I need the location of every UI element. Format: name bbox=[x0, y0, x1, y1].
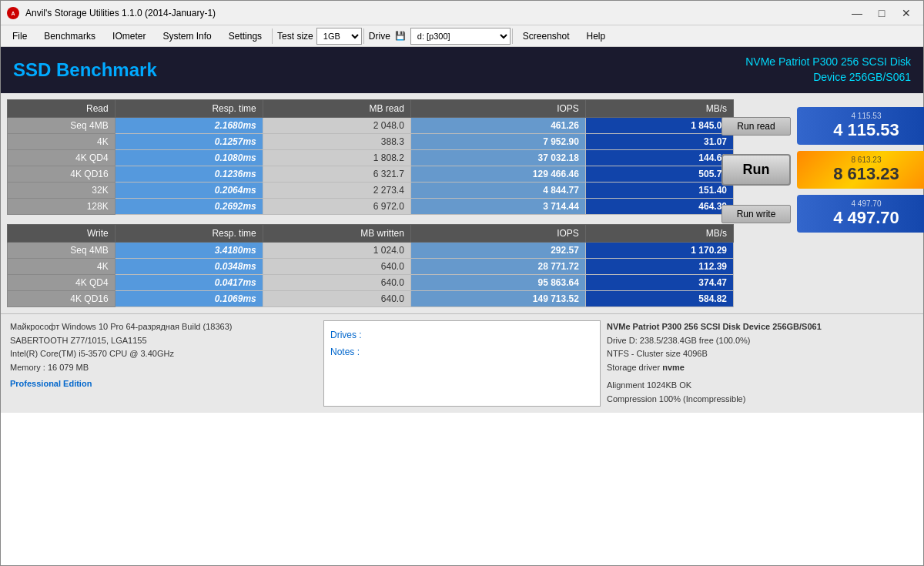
read-table-row: 4K QD16 0.1236ms 6 321.7 129 466.46 505.… bbox=[8, 166, 734, 183]
resp-time: 2.1680ms bbox=[115, 118, 263, 134]
drive-info-line1: NVMe Patriot P300 256 SCSI Disk bbox=[745, 55, 911, 70]
read-col-mb: MB read bbox=[263, 100, 410, 118]
test-size-select[interactable]: 1GB 4GB 16GB bbox=[316, 28, 362, 45]
minimize-button[interactable]: — bbox=[846, 5, 868, 21]
score-read-row: Run read 4 115.53 4 115.53 bbox=[721, 107, 924, 145]
read-col-mbs: MB/s bbox=[585, 100, 733, 118]
row-label: 4K bbox=[8, 134, 116, 150]
mbs-val: 464.30 bbox=[585, 199, 733, 215]
drive-detail-line6: Compression 100% (Incompressible) bbox=[607, 393, 914, 407]
resp-time: 0.2692ms bbox=[115, 199, 263, 215]
mbs-val: 112.39 bbox=[585, 259, 733, 275]
resp-time: 0.0348ms bbox=[115, 259, 263, 275]
notes-box: Drives : Notes : bbox=[323, 320, 601, 407]
mb-val: 1 024.0 bbox=[263, 243, 410, 259]
write-score-label: 4 497.70 bbox=[806, 199, 924, 208]
menu-benchmarks[interactable]: Benchmarks bbox=[35, 27, 104, 45]
bottom-bar: Майкрософт Windows 10 Pro 64-разрядная B… bbox=[1, 313, 923, 413]
iops-val: 461.26 bbox=[410, 118, 585, 134]
resp-time: 0.1080ms bbox=[115, 150, 263, 166]
maximize-button[interactable]: □ bbox=[871, 5, 892, 21]
test-size-label: Test size bbox=[277, 31, 313, 42]
write-score-value: 4 497.70 bbox=[806, 208, 924, 228]
row-label: 4K QD16 bbox=[8, 166, 116, 183]
menu-separator-2 bbox=[363, 28, 364, 44]
write-table-row: Seq 4MB 3.4180ms 1 024.0 292.57 1 170.29 bbox=[8, 243, 734, 259]
sys-line-4: Memory : 16 079 MB bbox=[10, 361, 317, 375]
benchmark-title: SSD Benchmark bbox=[13, 59, 157, 81]
write-table: Write Resp. time MB written IOPS MB/s Se… bbox=[7, 224, 734, 307]
mb-val: 2 048.0 bbox=[263, 118, 410, 134]
app-icon: A bbox=[7, 7, 19, 19]
drive-label: Drive bbox=[369, 31, 390, 42]
scores-section: Run read 4 115.53 4 115.53 Run 8 613.23 … bbox=[740, 99, 917, 307]
mb-val: 640.0 bbox=[263, 275, 410, 291]
row-label: Seq 4MB bbox=[8, 243, 116, 259]
titlebar-title: Anvil's Storage Utilities 1.1.0 (2014-Ja… bbox=[25, 8, 846, 18]
score-box-write: 4 497.70 4 497.70 bbox=[797, 195, 924, 233]
menu-iometer[interactable]: IOmeter bbox=[104, 27, 154, 45]
write-col-mbs: MB/s bbox=[585, 225, 733, 243]
notes-notes: Notes : bbox=[330, 344, 594, 361]
drive-icon: 💾 bbox=[395, 31, 406, 41]
table-spacer bbox=[7, 216, 734, 223]
mbs-val: 144.66 bbox=[585, 150, 733, 166]
menu-settings[interactable]: Settings bbox=[220, 27, 270, 45]
drive-control: Drive 💾 d: [p300] bbox=[369, 28, 511, 45]
mbs-val: 1 170.29 bbox=[585, 243, 733, 259]
tables-section: Read Resp. time MB read IOPS MB/s Seq 4M… bbox=[7, 99, 734, 307]
read-table-row: 128K 0.2692ms 6 972.0 3 714.44 464.30 bbox=[8, 199, 734, 215]
close-button[interactable]: ✕ bbox=[896, 5, 917, 21]
read-table-row: Seq 4MB 2.1680ms 2 048.0 461.26 1 845.05 bbox=[8, 118, 734, 134]
menu-separator-3 bbox=[512, 28, 513, 44]
drive-select[interactable]: d: [p300] bbox=[410, 28, 511, 45]
row-label: 4K QD4 bbox=[8, 150, 116, 166]
resp-time: 0.1236ms bbox=[115, 166, 263, 183]
iops-val: 129 466.46 bbox=[410, 166, 585, 183]
resp-time: 0.1257ms bbox=[115, 134, 263, 150]
row-label: Seq 4MB bbox=[8, 118, 116, 134]
menu-file[interactable]: File bbox=[4, 27, 35, 45]
mbs-val: 584.82 bbox=[585, 291, 733, 307]
titlebar-controls: — □ ✕ bbox=[846, 5, 917, 21]
test-size-control: Test size 1GB 4GB 16GB bbox=[277, 28, 362, 45]
read-col-iops: IOPS bbox=[410, 100, 585, 118]
write-table-row: 4K QD4 0.0417ms 640.0 95 863.64 374.47 bbox=[8, 275, 734, 291]
iops-val: 28 771.72 bbox=[410, 259, 585, 275]
iops-val: 292.57 bbox=[410, 243, 585, 259]
resp-time: 0.2064ms bbox=[115, 183, 263, 199]
iops-val: 95 863.64 bbox=[410, 275, 585, 291]
resp-time: 0.0417ms bbox=[115, 275, 263, 291]
mb-val: 2 273.4 bbox=[263, 183, 410, 199]
iops-val: 3 714.44 bbox=[410, 199, 585, 215]
drive-detail-line3: Storage driver nvme bbox=[607, 361, 914, 375]
iops-val: 149 713.52 bbox=[410, 291, 585, 307]
pro-edition: Professional Edition bbox=[10, 377, 317, 391]
total-score-value: 8 613.23 bbox=[806, 164, 924, 184]
sys-line-2: SABERTOOTH Z77/1015, LGA1155 bbox=[10, 334, 317, 348]
score-write-row: Run write 4 497.70 4 497.70 bbox=[721, 195, 924, 233]
score-box-read: 4 115.53 4 115.53 bbox=[797, 107, 924, 145]
mb-val: 388.3 bbox=[263, 134, 410, 150]
run-button[interactable]: Run bbox=[721, 154, 791, 186]
svg-text:A: A bbox=[11, 11, 15, 16]
run-total-row: Run 8 613.23 8 613.23 bbox=[721, 151, 924, 189]
run-write-button[interactable]: Run write bbox=[721, 205, 791, 223]
menu-screenshot[interactable]: Screenshot bbox=[514, 27, 578, 45]
read-table: Read Resp. time MB read IOPS MB/s Seq 4M… bbox=[7, 99, 734, 215]
nvme-driver: nvme bbox=[662, 363, 685, 372]
mbs-val: 374.47 bbox=[585, 275, 733, 291]
benchmark-header: SSD Benchmark NVMe Patriot P300 256 SCSI… bbox=[1, 47, 923, 93]
mb-val: 6 972.0 bbox=[263, 199, 410, 215]
resp-time: 3.4180ms bbox=[115, 243, 263, 259]
write-table-row: 4K 0.0348ms 640.0 28 771.72 112.39 bbox=[8, 259, 734, 275]
menu-help[interactable]: Help bbox=[578, 27, 614, 45]
drive-detail-line5: Alignment 1024KB OK bbox=[607, 379, 914, 393]
tables-and-scores: Read Resp. time MB read IOPS MB/s Seq 4M… bbox=[1, 93, 923, 313]
run-read-button[interactable]: Run read bbox=[721, 117, 791, 136]
menu-systeminfo[interactable]: System Info bbox=[154, 27, 219, 45]
mb-val: 6 321.7 bbox=[263, 166, 410, 183]
write-col-label: Write bbox=[8, 225, 116, 243]
sys-line-3: Intel(R) Core(TM) i5-3570 CPU @ 3.40GHz bbox=[10, 347, 317, 361]
main-window: A Anvil's Storage Utilities 1.1.0 (2014-… bbox=[0, 0, 924, 566]
